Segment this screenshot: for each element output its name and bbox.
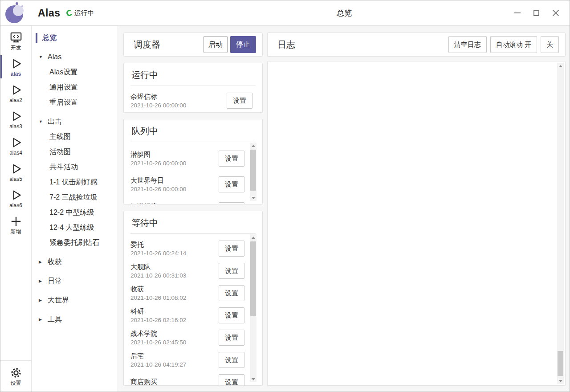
group-arrow-icon: ▼ [39, 119, 45, 124]
nav-item[interactable]: ▶ 收获 [32, 254, 118, 270]
rail-item[interactable]: alas3 [0, 107, 31, 132]
running-spinner-icon [65, 9, 73, 17]
maximize-button[interactable] [527, 0, 546, 25]
stop-button[interactable]: 停止 [230, 36, 256, 53]
log-scrollbar[interactable] [557, 63, 564, 384]
task-info: 潜艇图 2021-10-26 00:00:00 [130, 150, 219, 167]
rail-item[interactable]: 设置 [0, 363, 31, 388]
rail-item[interactable]: alas2 [0, 81, 31, 106]
task-row: 商店购买 设置 [130, 371, 244, 386]
nav-item-label: 收获 [48, 257, 62, 267]
task-setting-button[interactable]: 设置 [219, 285, 244, 301]
task-setting-button[interactable]: 设置 [219, 330, 244, 346]
task-setting-button[interactable]: 设置 [219, 176, 244, 192]
task-setting-button[interactable]: 设置 [219, 241, 244, 257]
waiting-scrollbar-thumb[interactable] [250, 241, 256, 316]
nav-item-label: 7-2 三战捡垃圾 [49, 193, 98, 202]
rail-item-label: alas5 [9, 176, 22, 182]
task-name: 收获 [130, 285, 219, 293]
rail-item[interactable]: alas [0, 54, 31, 79]
scroll-up-icon[interactable] [557, 63, 564, 69]
start-button[interactable]: 启动 [204, 36, 228, 53]
scroll-down-icon[interactable] [250, 195, 256, 201]
task-name: 商店购买 [130, 377, 219, 386]
autoscroll-on-button[interactable]: 自动滚动 开 [490, 36, 537, 53]
close-button[interactable] [546, 0, 565, 25]
nav-item[interactable]: 总览 [32, 30, 118, 45]
task-setting-button[interactable]: 设置 [219, 202, 244, 204]
nav-item[interactable]: ▶ 工具 [32, 312, 118, 327]
nav-item-label: Alas设置 [49, 68, 77, 77]
rail-item[interactable]: 新增 [0, 212, 31, 237]
nav-item[interactable]: Alas设置 [32, 65, 118, 80]
rail-bottom: 设置 [0, 360, 31, 392]
scheduler-column: 调度器 启动 停止 运行中 余烬信标 2021-10-26 00:00:00 设… [123, 33, 263, 386]
nav-item[interactable]: 7-2 三战捡垃圾 [32, 190, 118, 205]
close-icon [552, 9, 559, 16]
nav-item-label: 出击 [48, 117, 62, 127]
group-arrow-icon: ▶ [39, 317, 45, 322]
task-next-run-time: 2021-10-26 02:16:02 [130, 317, 219, 324]
nav-item[interactable]: 紧急委托刷钻石 [32, 235, 118, 250]
scroll-down-icon[interactable] [557, 378, 564, 384]
task-next-run-time: 2021-10-26 04:19:27 [130, 361, 219, 368]
play-icon [9, 188, 23, 202]
nav-item[interactable]: ▶ 日常 [32, 274, 118, 289]
instance-rail: 开发 alas alas2 alas3 alas4 alas5 alas6 新增… [0, 26, 32, 392]
minimize-button[interactable] [508, 0, 527, 25]
app-window: Alas 运行中 总览 开发 alas alas2 alas3 alas4 al… [0, 0, 570, 392]
nav-item-label: 12-2 中型练级 [49, 208, 94, 217]
log-scrollbar-thumb[interactable] [558, 351, 563, 376]
nav-item-label: 1-1 伏击刷好感 [49, 178, 98, 187]
nav-item[interactable]: 通用设置 [32, 80, 118, 95]
nav-item-label: 活动图 [49, 147, 71, 157]
rail-items: 开发 alas alas2 alas3 alas4 alas5 alas6 新增 [0, 28, 31, 238]
autoscroll-off-button[interactable]: 关 [541, 36, 559, 53]
rail-item[interactable]: alas6 [0, 186, 31, 211]
task-row: 大舰队 2021-10-26 00:31:03 设置 [130, 260, 244, 282]
app-name: Alas [38, 7, 61, 19]
rail-item[interactable]: alas5 [0, 159, 31, 184]
task-setting-button[interactable]: 设置 [219, 263, 244, 279]
scroll-down-icon[interactable] [250, 376, 256, 382]
nav-item[interactable]: ▶ 大世界 [32, 293, 118, 308]
task-setting-button[interactable]: 设置 [219, 151, 244, 167]
waiting-panel: 等待中 委托 2021-10-26 00:24:14 设置 大舰队 2021-1… [123, 211, 263, 386]
waiting-scrollbar[interactable] [250, 234, 256, 382]
nav-item[interactable]: 12-2 中型练级 [32, 205, 118, 220]
task-info: 大舰队 2021-10-26 00:31:03 [130, 262, 219, 279]
task-setting-button[interactable]: 设置 [219, 307, 244, 323]
scroll-up-icon[interactable] [250, 234, 256, 241]
clear-log-button[interactable]: 清空日志 [448, 36, 487, 53]
pending-scrollbar[interactable] [250, 143, 256, 201]
pending-scrollbar-thumb[interactable] [250, 150, 256, 191]
nav-item[interactable]: 共斗活动 [32, 159, 118, 175]
task-row: 收获 2021-10-26 01:08:02 设置 [130, 282, 244, 304]
nav-item[interactable]: 主线图 [32, 129, 118, 144]
gear-icon [9, 366, 23, 380]
task-setting-button[interactable]: 设置 [219, 352, 244, 368]
running-task-list: 余烬信标 2021-10-26 00:00:00 设置 [124, 86, 262, 112]
running-status: 运行中 [66, 9, 94, 17]
play-icon [9, 162, 23, 176]
nav-item-label: 大世界 [48, 296, 69, 305]
task-setting-button[interactable]: 设置 [227, 93, 252, 109]
nav-item[interactable]: ▼ 出击 [32, 114, 118, 129]
nav-item[interactable]: 12-4 大型练级 [32, 220, 118, 235]
nav-item[interactable]: 1-1 伏击刷好感 [32, 175, 118, 190]
rail-item[interactable]: alas4 [0, 133, 31, 158]
scroll-up-icon[interactable] [250, 143, 256, 149]
log-title: 日志 [277, 39, 445, 51]
task-next-run-time: 2021-10-26 01:08:02 [130, 294, 219, 302]
nav-item[interactable]: 活动图 [32, 144, 118, 159]
nav-item-label: 通用设置 [49, 83, 78, 92]
task-setting-button[interactable]: 设置 [219, 374, 244, 386]
nav-item[interactable]: ▼ Alas [32, 49, 118, 65]
log-header-panel: 日志 清空日志 自动滚动 开 关 [267, 33, 566, 57]
nav-item[interactable]: 重启设置 [32, 95, 118, 110]
nav-item-label: 12-4 大型练级 [49, 223, 94, 233]
rail-item-label: alas6 [9, 202, 22, 208]
rail-item[interactable]: 开发 [0, 28, 31, 53]
log-panel [267, 61, 566, 386]
nav-item-label: 重启设置 [49, 98, 78, 107]
